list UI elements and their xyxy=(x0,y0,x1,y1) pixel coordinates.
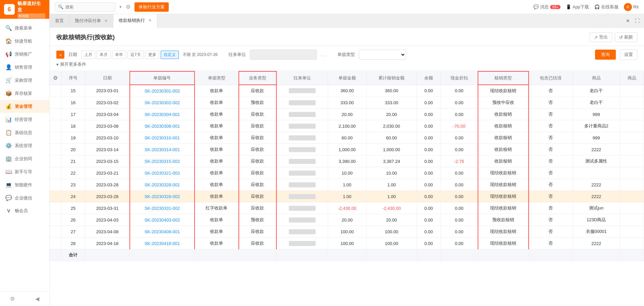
doc-no-link[interactable]: SK-20230321-003 xyxy=(145,171,180,176)
export-btn[interactable]: ↗ 导出 xyxy=(590,32,612,42)
doc-no-link[interactable]: SK-20230408-001 xyxy=(145,229,180,234)
table-cell: 应收款 xyxy=(239,132,276,144)
table-cell: 2222 xyxy=(573,238,620,249)
sidebar-item-corp[interactable]: 🏢 企业协同 xyxy=(0,152,49,165)
table-cell: 0.00 xyxy=(440,226,478,238)
sidebar-item-member[interactable]: V 畅会员 xyxy=(0,204,49,217)
tab-collection[interactable]: 收款核销执行 ✕ xyxy=(113,14,157,27)
filter-settings-btn[interactable]: 设置 xyxy=(620,49,637,60)
partner-input[interactable] xyxy=(250,50,317,60)
sidebar-item-label: 智能硬件 xyxy=(15,182,32,188)
sidebar-item-quick-nav[interactable]: 🏠 快捷导航 xyxy=(0,35,49,48)
table-cell: 0.00 xyxy=(417,214,440,226)
date-range-display: 不限 至 2023-07-26 xyxy=(183,52,218,58)
sidebar-nav: 🔍 搜索菜单 🏠 快捷导航 📢 营销推广 👤 销售管理 🛒 采购管理 📦 库存核… xyxy=(0,19,49,291)
app-download-btn[interactable]: 📱 App下载 xyxy=(566,4,589,10)
user-btn[interactable]: R Rit xyxy=(624,3,639,11)
sidebar-item-marketing[interactable]: 📢 营销推广 xyxy=(0,48,49,61)
col-goods: 商品 xyxy=(573,71,620,85)
sidebar-item-hardware[interactable]: 💻 智能硬件 xyxy=(0,178,49,191)
topbar-actions: 💬 消息 99+ 📱 App下载 🎧 在线客服 R Rit xyxy=(533,3,639,11)
table-cell: 0.00 xyxy=(417,167,440,179)
doc-no-link[interactable]: SK-20230310-001 xyxy=(145,135,180,140)
table-cell: 100.00 xyxy=(366,226,417,238)
refresh-btn[interactable]: ↺ 刷新 xyxy=(615,32,637,42)
doc-no-link[interactable]: SK-20230304-001 xyxy=(145,112,180,117)
sidebar-item-guide[interactable]: 📖 新手引导 xyxy=(0,165,49,178)
tab-close-collection[interactable]: ✕ xyxy=(148,18,152,23)
table-cell xyxy=(620,167,644,179)
online-service-btn[interactable]: 🎧 在线客服 xyxy=(594,4,619,10)
doc-no-link[interactable]: SK-20230308-001 xyxy=(145,124,180,129)
doc-no-link[interactable]: SK-20230403-002 xyxy=(145,218,180,223)
last-month-btn[interactable]: 上月 xyxy=(81,51,95,59)
page-content: 收款核销执行(按收款) ↗ 导出 ↺ 刷新 » 日期 上月 xyxy=(50,27,644,306)
table-cell: 收款单 xyxy=(195,179,239,191)
filter-collapse-btn[interactable]: » xyxy=(56,51,64,59)
table-cell: 2,100.00 xyxy=(328,120,366,132)
table-cell xyxy=(85,249,130,261)
sidebar-item-basic[interactable]: 📋 基础信息 xyxy=(0,126,49,139)
gear-icon[interactable]: ⚙ xyxy=(53,75,58,81)
doc-no-link[interactable]: SK-20230418-001 xyxy=(145,241,180,246)
doc-no-link[interactable]: SK-20230302-002 xyxy=(145,100,180,105)
table-cell: 应收款 xyxy=(239,167,276,179)
doc-no-link[interactable]: SK-20230314-001 xyxy=(145,147,180,152)
sidebar-item-sales[interactable]: 👤 销售管理 xyxy=(0,61,49,74)
col-settings[interactable]: ⚙ xyxy=(50,71,61,85)
maximize-icon[interactable]: ⛶ xyxy=(633,17,641,25)
doc-no-link[interactable]: SK-20230331-002 xyxy=(145,206,180,211)
search-input[interactable] xyxy=(65,5,106,9)
doc-no-link[interactable]: SK-20230328-001 xyxy=(145,182,180,187)
receipt-type-select[interactable] xyxy=(359,50,406,60)
table-cell: 2222 xyxy=(573,179,620,191)
table-cell: SK-20230302-002 xyxy=(130,97,195,109)
sidebar-item-finance[interactable]: 💰 资金管理 xyxy=(0,100,49,113)
sidebar-item-system[interactable]: ⚙️ 系统管理 xyxy=(0,139,49,152)
industry-btn[interactable]: 体验行业方案 xyxy=(135,2,169,12)
last-7days-btn[interactable]: 近7天 xyxy=(127,51,144,59)
collapse-icon[interactable]: ◀ xyxy=(35,296,39,302)
table-cell xyxy=(529,249,573,261)
data-table: ⚙ 序号 日期 单据编号 单据类型 业务类型 往来单位 单据金额 累计核销金额 … xyxy=(50,71,644,261)
table-cell xyxy=(620,191,644,202)
doc-no-link[interactable]: SK-20230328-002 xyxy=(145,194,180,199)
table-cell xyxy=(417,249,440,261)
sidebar-item-wechat[interactable]: 💬 企业微信 xyxy=(0,191,49,204)
col-doc-no: 单据编号 xyxy=(130,71,195,85)
doc-no-link[interactable]: SK-20230315-002 xyxy=(145,159,180,164)
table-cell: -2.76 xyxy=(440,156,478,167)
table-cell: -2,430.00 xyxy=(328,202,366,214)
tab-close-payable[interactable]: ✕ xyxy=(104,18,108,23)
data-table-container: ⚙ 序号 日期 单据编号 单据类型 业务类型 往来单位 单据金额 累计核销金额 … xyxy=(50,71,644,306)
table-cell: -2,430.00 xyxy=(366,202,417,214)
close-icon[interactable]: ✕ xyxy=(624,17,632,25)
sidebar-item-purchase[interactable]: 🛒 采购管理 xyxy=(0,74,49,87)
this-year-btn[interactable]: 本年 xyxy=(112,51,126,59)
tab-payable[interactable]: 预付冲应付单 ✕ xyxy=(69,14,113,27)
table-cell: 100.00 xyxy=(328,238,366,249)
sidebar-item-label: 搜索菜单 xyxy=(15,25,32,31)
settings-icon[interactable]: ⚙ xyxy=(10,296,15,302)
username: Rit xyxy=(633,4,639,9)
table-cell: 应收款 xyxy=(239,226,276,238)
query-btn[interactable]: 查询 xyxy=(595,50,616,60)
table-row: 252023-03-31SK-20230331-002红字收款单应收款█████… xyxy=(50,202,644,214)
tab-home[interactable]: 首页 xyxy=(50,14,69,27)
filter-expand-btn[interactable]: ▾ 展开更多条件 xyxy=(56,61,637,67)
sidebar-item-search[interactable]: 🔍 搜索菜单 xyxy=(0,21,49,35)
table-cell: 0.00 xyxy=(440,144,478,156)
gear-icon[interactable]: ⚙ xyxy=(126,4,130,10)
table-cell: 0.00 xyxy=(417,191,440,202)
custom-date-btn[interactable]: 自定义 xyxy=(161,51,179,59)
table-cell: 老白干 xyxy=(573,97,620,109)
more-btn[interactable]: 更多 xyxy=(145,51,159,59)
messages-btn[interactable]: 💬 消息 99+ xyxy=(533,4,560,10)
table-cell: 123D商品 xyxy=(573,214,620,226)
this-month-btn[interactable]: 本月 xyxy=(97,51,111,59)
sidebar-item-inventory[interactable]: 📦 库存核算 xyxy=(0,87,49,100)
sidebar-item-operation[interactable]: 📊 经营管理 xyxy=(0,113,49,126)
table-cell: 21 xyxy=(61,156,85,167)
sidebar-item-label: 快捷导航 xyxy=(15,38,32,44)
doc-no-link[interactable]: SK-20230301-002 xyxy=(145,88,180,94)
